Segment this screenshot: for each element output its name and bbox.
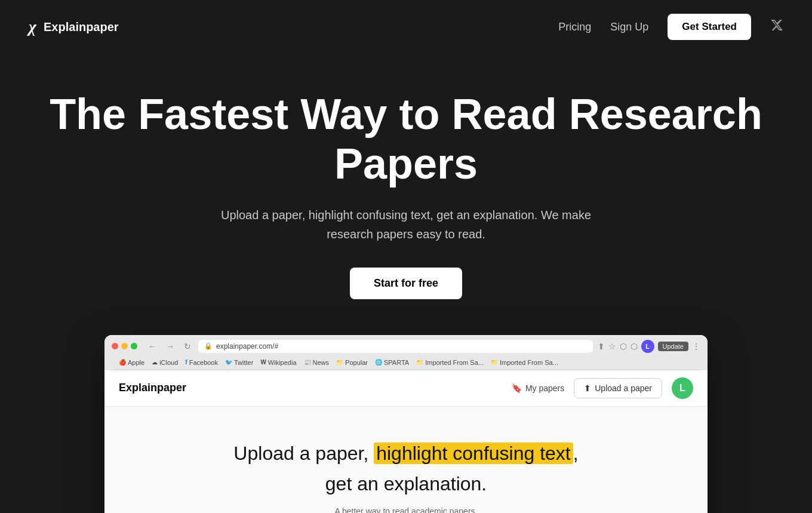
bookmark-facebook-label: Facebook	[189, 359, 218, 366]
maximize-dot[interactable]	[131, 343, 137, 349]
bookmark-papers-icon: 🔖	[512, 383, 522, 393]
browser-url: explainpaper.com/#	[216, 342, 278, 351]
app-header: Explainpaper 🔖 My papers ⬆ Upload a pape…	[104, 370, 708, 407]
browser-address-bar[interactable]: 🔒 explainpaper.com/#	[198, 340, 593, 353]
browser-dots	[112, 343, 137, 349]
pricing-link[interactable]: Pricing	[558, 21, 591, 33]
navbar: χ Explainpaper Pricing Sign Up Get Start…	[0, 0, 812, 54]
bookmark-imported2-label: Imported From Sa...	[500, 359, 558, 366]
nav-logo[interactable]: χ Explainpaper	[29, 17, 119, 36]
upload-paper-button[interactable]: ⬆ Upload a paper	[574, 378, 662, 398]
bookmark-popular[interactable]: 📁 Popular	[336, 359, 368, 366]
content-highlight: highlight confusing text	[374, 443, 573, 464]
browser-action-icons: ⬆ ☆ ⬡ ⬡ L Update ⋮	[598, 340, 700, 353]
minimize-dot[interactable]	[121, 343, 128, 349]
icloud-icon: ☁	[152, 359, 158, 365]
imported2-icon: 📁	[491, 359, 498, 365]
my-papers-label: My papers	[525, 383, 564, 393]
hero-subtitle: Upload a paper, highlight confusing text…	[12, 205, 800, 244]
app-header-right: 🔖 My papers ⬆ Upload a paper L	[512, 377, 693, 399]
my-papers-button[interactable]: 🔖 My papers	[512, 383, 564, 393]
bookmarks-bar: 🍎 Apple ☁ iCloud f Facebook 🐦 Twitter	[112, 357, 700, 370]
imported1-icon: 📁	[416, 359, 423, 365]
hero-subtitle-line2: research papers easy to read.	[327, 228, 485, 241]
bookmark-twitter-label: Twitter	[234, 359, 253, 366]
hero-subtitle-line1: Upload a paper, highlight confusing text…	[221, 208, 591, 222]
app-logo-text: Explainpaper	[119, 382, 186, 394]
bookmark-icloud[interactable]: ☁ iCloud	[152, 359, 178, 366]
browser-forward-button[interactable]: →	[164, 340, 177, 352]
bookmark-apple-label: Apple	[128, 359, 144, 366]
upload-label: Upload a paper	[595, 383, 652, 393]
browser-controls: ← → ↻ 🔒 explainpaper.com/# ⬆ ☆ ⬡ ⬡ L	[112, 340, 700, 353]
close-dot[interactable]	[112, 343, 118, 349]
app-content-sub: A better way to read academic papers.	[335, 506, 478, 513]
app-content-line2: get an explanation.	[325, 471, 487, 497]
bookmark-facebook[interactable]: f Facebook	[185, 359, 218, 366]
upload-icon: ⬆	[584, 383, 591, 393]
browser-update-button[interactable]: Update	[658, 342, 688, 351]
signup-link[interactable]: Sign Up	[610, 21, 648, 33]
app-content: Upload a paper, highlight confusing text…	[104, 407, 708, 513]
bookmark-twitter[interactable]: 🐦 Twitter	[225, 359, 253, 366]
extension2-icon[interactable]: ⬡	[630, 342, 638, 351]
browser-refresh-button[interactable]: ↻	[182, 340, 193, 352]
twitter-icon[interactable]	[770, 19, 783, 35]
browser-mockup: ← → ↻ 🔒 explainpaper.com/# ⬆ ☆ ⬡ ⬡ L	[104, 335, 708, 513]
bookmark-icloud-label: iCloud	[159, 359, 178, 366]
news-icon: 📰	[304, 359, 311, 365]
logo-icon: χ	[29, 17, 36, 36]
bookmark-apple[interactable]: 🍎 Apple	[119, 359, 144, 366]
logo-text: Explainpaper	[44, 20, 119, 34]
bookmark-wikipedia[interactable]: W Wikipedia	[260, 359, 296, 366]
wikipedia-icon: W	[260, 359, 266, 365]
bookmark-wikipedia-label: Wikipedia	[268, 359, 297, 366]
bookmark-news[interactable]: 📰 News	[304, 359, 330, 366]
menu-icon[interactable]: ⋮	[692, 342, 700, 351]
get-started-button[interactable]: Get Started	[668, 14, 751, 40]
bookmark-imported2[interactable]: 📁 Imported From Sa...	[491, 359, 558, 366]
app-content-title: Upload a paper, highlight confusing text…	[233, 440, 578, 467]
content-text-before: Upload a paper,	[233, 443, 374, 464]
facebook-icon: f	[185, 359, 187, 365]
app-user-avatar[interactable]: L	[672, 377, 693, 399]
nav-links: Pricing Sign Up Get Started	[558, 14, 783, 40]
bookmark-sparta-label: SPARTA	[384, 359, 409, 366]
sparta-icon: 🌐	[375, 359, 382, 365]
bookmark-popular-label: Popular	[345, 359, 368, 366]
bookmark-news-label: News	[313, 359, 330, 366]
lock-icon: 🔒	[204, 342, 213, 350]
start-for-free-button[interactable]: Start for free	[350, 268, 462, 299]
apple-icon: 🍎	[119, 359, 126, 365]
hero-section: The Fastest Way to Read Research Papers …	[0, 54, 812, 513]
popular-icon: 📁	[336, 359, 343, 365]
browser-mockup-wrapper: ← → ↻ 🔒 explainpaper.com/# ⬆ ☆ ⬡ ⬡ L	[12, 335, 800, 513]
bookmark-sparta[interactable]: 🌐 SPARTA	[375, 359, 409, 366]
share-icon[interactable]: ⬆	[598, 342, 605, 351]
twitter-bookmark-icon: 🐦	[225, 359, 232, 365]
browser-user-avatar[interactable]: L	[641, 340, 654, 353]
browser-back-button[interactable]: ←	[146, 340, 159, 352]
bookmark-imported1[interactable]: 📁 Imported From Sa...	[416, 359, 484, 366]
browser-top-bar: ← → ↻ 🔒 explainpaper.com/# ⬆ ☆ ⬡ ⬡ L	[104, 335, 708, 370]
content-text-after: ,	[573, 443, 579, 464]
hero-title: The Fastest Way to Read Research Papers	[48, 90, 764, 189]
extension-icon[interactable]: ⬡	[620, 342, 627, 351]
bookmark-icon[interactable]: ☆	[608, 342, 616, 351]
bookmark-imported1-label: Imported From Sa...	[425, 359, 484, 366]
